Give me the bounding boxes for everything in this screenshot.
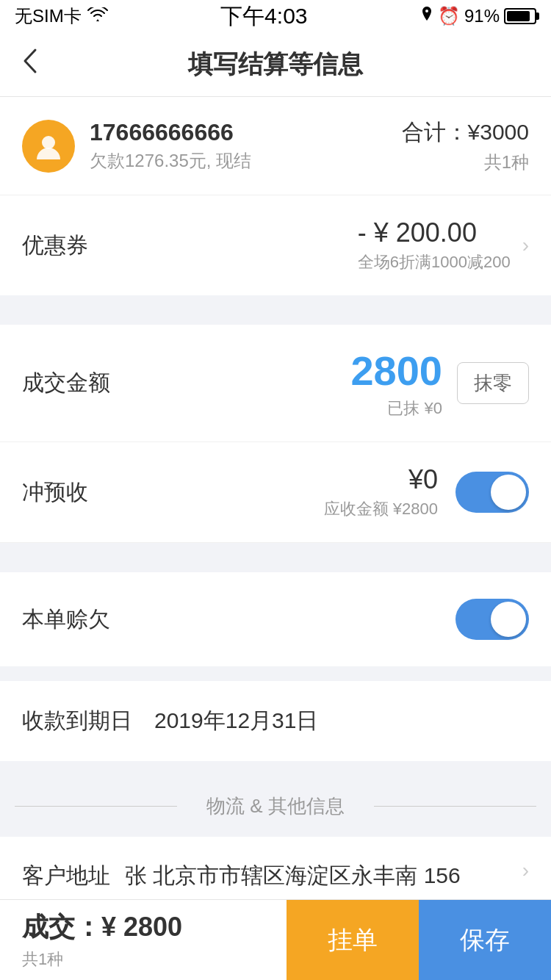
pre-collect-right: ¥0 应收金额 ¥2800: [324, 464, 529, 520]
pre-collect-label: 冲预收: [22, 478, 88, 508]
hang-button[interactable]: 挂单: [287, 900, 419, 981]
total-label: 合计：: [402, 120, 468, 144]
due-date-value: 2019年12月31日: [154, 706, 318, 736]
carrier-text: 无SIM卡: [15, 4, 82, 28]
section-divider-1: [0, 310, 551, 325]
section-divider-2: [0, 558, 551, 572]
logistics-line-left: [15, 806, 177, 807]
bottom-count: 共1种: [22, 948, 264, 970]
debt-toggle[interactable]: [455, 599, 529, 640]
battery-percent: 91%: [464, 6, 500, 26]
coupon-discount: - ¥ 200.00: [358, 217, 511, 248]
coupon-row[interactable]: 优惠券 - ¥ 200.00 全场6折满1000减200 ›: [0, 195, 551, 295]
status-bar: 无SIM卡 下午4:03 ⏰ 91%: [0, 0, 551, 32]
bottom-deal-row: 成交：¥ 2800: [22, 909, 264, 945]
status-left: 无SIM卡: [15, 4, 108, 28]
svg-point-1: [42, 136, 55, 149]
total-value: ¥3000: [468, 120, 529, 144]
debt-toggle-knob: [491, 602, 526, 637]
coupon-label: 优惠券: [22, 231, 88, 261]
page-title: 填写结算等信息: [188, 48, 363, 82]
deal-amount-row: 成交金额 2800 已抹 ¥0 抹零: [0, 325, 551, 442]
save-button[interactable]: 保存: [419, 900, 551, 981]
deal-label: 成交金额: [22, 368, 110, 398]
total-amount: 合计：¥3000: [402, 118, 529, 148]
deal-amount-value: 2800: [350, 347, 442, 394]
toggle-knob: [491, 475, 526, 510]
battery-icon: [504, 8, 536, 24]
pre-collect-sub: 应收金额 ¥2800: [324, 498, 438, 520]
deal-card: 成交金额 2800 已抹 ¥0 抹零 冲预收 ¥0 应收金额 ¥2800: [0, 325, 551, 543]
svg-point-0: [425, 10, 428, 12]
wifi-icon: [87, 6, 108, 26]
due-date-row: 收款到期日 2019年12月31日: [0, 681, 551, 761]
status-right: ⏰ 91%: [420, 6, 536, 26]
due-date-section: 收款到期日 2019年12月31日: [0, 681, 551, 761]
avatar: [22, 120, 75, 173]
alarm-icon: ⏰: [438, 6, 460, 26]
pre-collect-row: 冲预收 ¥0 应收金额 ¥2800: [0, 442, 551, 543]
coupon-right: - ¥ 200.00 全场6折满1000减200 ›: [358, 217, 529, 273]
customer-left: 17666666666 欠款1276.35元, 现结: [22, 119, 251, 173]
total-count: 共1种: [402, 151, 529, 174]
address-label: 客户地址: [22, 859, 110, 892]
logistics-text: 物流 & 其他信息: [206, 793, 345, 819]
debt-label: 本单赊欠: [22, 605, 110, 635]
pre-collect-toggle[interactable]: [455, 472, 529, 513]
nav-bar: 填写结算等信息: [0, 32, 551, 97]
battery-fill: [507, 11, 530, 21]
coupon-info: - ¥ 200.00 全场6折满1000减200: [358, 217, 511, 273]
customer-info: 17666666666 欠款1276.35元, 现结: [90, 119, 251, 173]
location-icon: [420, 6, 433, 26]
due-date-label: 收款到期日: [22, 706, 132, 736]
deal-amount-info: 2800 已抹 ¥0: [350, 347, 442, 419]
bottom-deal-amount: ¥ 2800: [101, 912, 182, 942]
back-button[interactable]: [21, 47, 38, 82]
customer-row: 17666666666 欠款1276.35元, 现结 合计：¥3000 共1种: [0, 97, 551, 195]
section-divider-3: [0, 761, 551, 776]
bottom-deal-label: 成交：: [22, 912, 101, 942]
customer-right: 合计：¥3000 共1种: [402, 118, 529, 174]
round-zero-button[interactable]: 抹零: [457, 362, 529, 404]
status-time: 下午4:03: [220, 1, 307, 32]
address-chevron-icon: ›: [522, 859, 529, 882]
page-content: 17666666666 欠款1276.35元, 现结 合计：¥3000 共1种 …: [0, 97, 551, 980]
coupon-desc: 全场6折满1000减200: [358, 251, 511, 273]
debt-row: 本单赊欠: [0, 572, 551, 666]
customer-sub: 欠款1276.35元, 现结: [90, 149, 251, 173]
debt-card: 本单赊欠: [0, 572, 551, 666]
deal-amount-sub: 已抹 ¥0: [350, 397, 442, 419]
customer-card: 17666666666 欠款1276.35元, 现结 合计：¥3000 共1种 …: [0, 97, 551, 295]
pre-collect-info: ¥0 应收金额 ¥2800: [324, 464, 438, 520]
bottom-bar: 成交：¥ 2800 共1种 挂单 保存: [0, 899, 551, 980]
pre-collect-amount: ¥0: [324, 464, 438, 495]
bottom-summary: 成交：¥ 2800 共1种: [0, 909, 287, 970]
logistics-header: 物流 & 其他信息: [0, 776, 551, 837]
logistics-line-right: [374, 806, 536, 807]
deal-right: 2800 已抹 ¥0 抹零: [350, 347, 529, 419]
chevron-right-icon: ›: [522, 234, 529, 257]
customer-phone: 17666666666: [90, 119, 251, 146]
